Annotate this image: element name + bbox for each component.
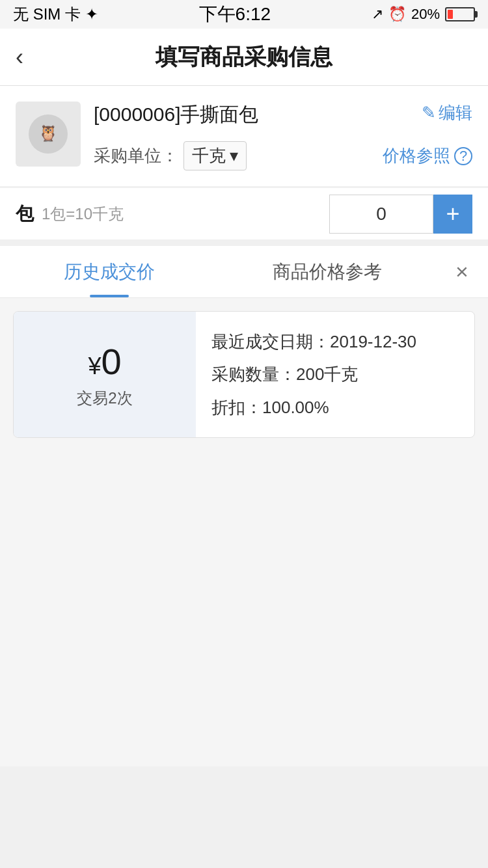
quantity-input[interactable] <box>329 195 433 234</box>
quantity-row: 包 1包=10千克 + <box>0 187 488 239</box>
nav-bar: ‹ 填写商品采购信息 <box>0 29 488 86</box>
price-value: 0 <box>101 341 121 382</box>
location-icon: ↗ <box>372 6 383 23</box>
tab-bar: 历史成交价 商品价格参考 × <box>0 246 488 298</box>
battery-icon <box>445 7 475 21</box>
purchase-qty-row: 采购数量：200千克 <box>211 362 459 386</box>
price-ref-label: 价格参照 <box>383 144 450 167</box>
edit-label: 编辑 <box>439 102 472 124</box>
price-card: ¥0 交易2次 最近成交日期：2019-12-30 采购数量：200千克 折扣：… <box>13 311 475 438</box>
unit-select[interactable]: 千克 ▾ <box>183 141 247 170</box>
price-ref-button[interactable]: 价格参照 ? <box>383 144 472 167</box>
qty-control: + <box>329 195 472 234</box>
tab-underline <box>90 295 129 297</box>
product-info: [0000006]手撕面包 ✎ 编辑 采购单位： 千克 ▾ 价格参照 ? <box>94 102 472 170</box>
unit-dropdown-icon: ▾ <box>230 146 238 166</box>
tab-history-price[interactable]: 历史成交价 <box>0 246 218 297</box>
product-card: 🦉 [0000006]手撕面包 ✎ 编辑 采购单位： 千克 ▾ 价格参照 ? <box>0 86 488 186</box>
status-bar: 无 SIM 卡 ✦ 下午6:12 ↗ ⏰ 20% <box>0 0 488 29</box>
page-title: 填写商品采购信息 <box>156 42 332 72</box>
product-name: [0000006]手撕面包 <box>94 102 258 128</box>
price-ref-help-icon: ? <box>454 147 472 165</box>
product-logo: 🦉 <box>25 111 71 157</box>
pack-hint: 1包=10千克 <box>42 204 124 224</box>
recent-date-row: 最近成交日期：2019-12-30 <box>211 330 459 353</box>
product-header: [0000006]手撕面包 ✎ 编辑 <box>94 102 472 128</box>
price-amount: ¥0 <box>88 340 121 383</box>
status-left: 无 SIM 卡 ✦ <box>13 4 98 25</box>
alarm-icon: ⏰ <box>388 6 406 23</box>
product-thumbnail: 🦉 <box>16 102 81 167</box>
price-left: ¥0 交易2次 <box>14 312 196 437</box>
qty-plus-button[interactable]: + <box>433 195 472 234</box>
page-content: 历史成交价 商品价格参考 × ¥0 交易2次 最近成交日期：2019-12-30… <box>0 246 488 766</box>
currency-symbol: ¥ <box>88 353 101 379</box>
unit-label: 采购单位： <box>94 144 178 167</box>
purchase-qty-value: 200千克 <box>296 364 358 384</box>
battery-fill <box>448 10 453 19</box>
purchase-qty-label: 采购数量： <box>211 364 296 384</box>
status-time: 下午6:12 <box>199 2 271 27</box>
recent-date-label: 最近成交日期： <box>211 332 330 351</box>
price-right: 最近成交日期：2019-12-30 采购数量：200千克 折扣：100.00% <box>196 312 474 437</box>
battery-percent: 20% <box>411 6 440 23</box>
status-right: ↗ ⏰ 20% <box>372 6 475 23</box>
edit-icon: ✎ <box>422 103 436 123</box>
unit-row: 采购单位： 千克 ▾ 价格参照 ? <box>94 141 472 170</box>
discount-label: 折扣： <box>211 398 262 417</box>
pack-label: 包 <box>16 202 34 226</box>
back-button[interactable]: ‹ <box>16 44 23 71</box>
tab-product-price-ref-label: 商品价格参考 <box>273 260 382 284</box>
discount-value: 100.00% <box>262 398 329 417</box>
unit-value: 千克 <box>192 144 226 167</box>
discount-row: 折扣：100.00% <box>211 396 459 419</box>
divider <box>0 239 488 246</box>
transaction-count: 交易2次 <box>77 388 132 409</box>
edit-button[interactable]: ✎ 编辑 <box>422 102 472 124</box>
sim-label: 无 SIM 卡 ✦ <box>13 4 98 25</box>
tab-close-button[interactable]: × <box>436 246 488 297</box>
recent-date-value: 2019-12-30 <box>330 332 416 351</box>
svg-text:🦉: 🦉 <box>38 124 58 142</box>
tab-history-price-label: 历史成交价 <box>64 260 155 284</box>
tab-product-price-ref[interactable]: 商品价格参考 <box>218 246 436 297</box>
